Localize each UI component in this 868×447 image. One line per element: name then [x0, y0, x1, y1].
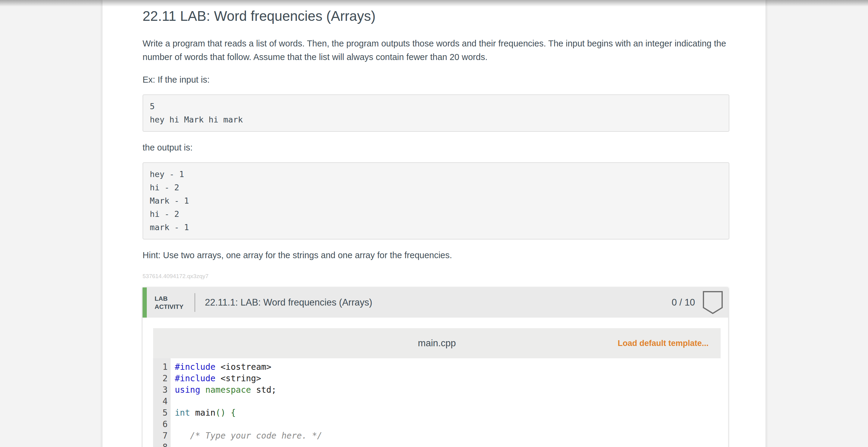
code-token: using	[175, 385, 200, 395]
code-line	[175, 442, 721, 447]
code-line: 5	[150, 100, 722, 113]
score-flag-icon	[703, 291, 723, 314]
code-line: hey - 1	[150, 168, 722, 181]
code-line: using namespace std;	[175, 384, 721, 396]
example-input-block: 5hey hi Mark hi mark	[143, 94, 730, 132]
code-line: /* Type your code here. */	[175, 430, 721, 442]
line-number: 7	[153, 430, 167, 442]
lab-activity-badge: LAB ACTIVITY	[155, 294, 184, 311]
line-number: 5	[153, 407, 167, 419]
assignment-description: Write a program that reads a list of wor…	[143, 37, 730, 64]
code-line	[175, 396, 721, 407]
resource-id: 537614.4094172.qx3zqy7	[143, 273, 730, 279]
code-token	[226, 408, 231, 418]
code-token: <iostream>	[216, 362, 271, 372]
banner-divider	[194, 293, 195, 312]
code-line	[175, 419, 721, 430]
line-number: 6	[153, 419, 167, 430]
example-output-label: the output is:	[143, 141, 730, 154]
code-line: #include <string>	[175, 373, 721, 384]
content-column: 22.11 LAB: Word frequencies (Arrays) Wri…	[102, 0, 766, 447]
code-token: {	[230, 408, 236, 418]
line-number-gutter: 12345678	[153, 358, 170, 447]
hint-text: Hint: Use two arrays, one array for the …	[143, 248, 730, 262]
lab-activity-badge-line1: LAB	[155, 294, 184, 302]
code-line: int main() {	[175, 407, 721, 419]
code-token: std;	[251, 385, 276, 395]
code-token: namespace	[205, 385, 251, 395]
lab-activity-badge-line2: ACTIVITY	[155, 302, 184, 311]
code-line: hi - 2	[150, 181, 722, 194]
code-token: /* Type your code here. */	[175, 431, 322, 441]
code-line: #include <iostream>	[175, 361, 721, 373]
code-line: Mark - 1	[150, 194, 722, 208]
code-token: #include	[175, 362, 216, 372]
code-text[interactable]: #include <iostream>#include <string>usin…	[170, 358, 721, 447]
lab-activity-title: 22.11.1: LAB: Word frequencies (Arrays)	[205, 297, 672, 308]
score-value: 0 / 10	[672, 297, 695, 308]
line-number: 4	[153, 396, 167, 407]
code-token: main	[190, 408, 216, 418]
editor-header: main.cpp Load default template...	[153, 328, 721, 358]
code-line: hey hi Mark hi mark	[150, 113, 722, 126]
editor-code-area[interactable]: 12345678 #include <iostream>#include <st…	[153, 358, 721, 447]
line-number: 1	[153, 361, 167, 373]
line-number: 2	[153, 373, 167, 384]
code-line: mark - 1	[150, 221, 722, 234]
code-line: hi - 2	[150, 208, 722, 221]
code-editor: main.cpp Load default template... 123456…	[153, 328, 721, 447]
lab-activity-body: main.cpp Load default template... 123456…	[143, 318, 728, 447]
code-token: ()	[216, 408, 226, 418]
code-token: #include	[175, 374, 216, 383]
code-token: <string>	[216, 374, 261, 383]
line-number: 3	[153, 384, 167, 396]
code-token	[200, 385, 205, 395]
line-number: 8	[153, 442, 167, 447]
example-input-label: Ex: If the input is:	[143, 73, 730, 87]
load-default-template-link[interactable]: Load default template...	[618, 339, 709, 348]
page-title: 22.11 LAB: Word frequencies (Arrays)	[143, 8, 730, 24]
lab-activity-banner: LAB ACTIVITY 22.11.1: LAB: Word frequenc…	[143, 288, 728, 318]
example-output-block: hey - 1hi - 2Mark - 1hi - 2mark - 1	[143, 162, 730, 239]
code-token: int	[175, 408, 190, 418]
lab-activity-card: LAB ACTIVITY 22.11.1: LAB: Word frequenc…	[143, 288, 728, 447]
